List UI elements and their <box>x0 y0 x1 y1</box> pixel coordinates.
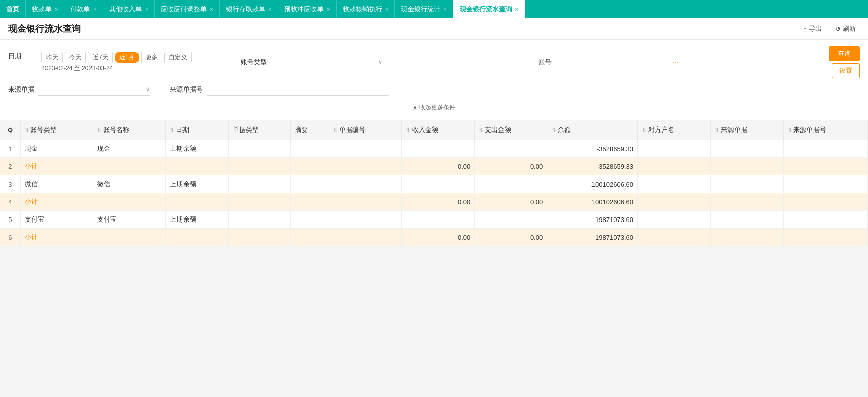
cell-counterpart <box>637 158 710 175</box>
source-doc-no-wrapper <box>207 83 389 96</box>
col-label: 摘要 <box>295 126 308 134</box>
col-source-doc[interactable]: ⇅ 来源单据 <box>710 120 783 140</box>
cell-summary <box>290 193 329 211</box>
collapse-up-icon: ∧ <box>413 104 417 111</box>
date-btn-custom[interactable]: 自定义 <box>164 52 192 63</box>
date-btn-1month[interactable]: 近1月 <box>115 52 140 63</box>
sort-icon: ⇅ <box>97 127 101 133</box>
filter-row-source: 来源单据 ∨ 来源单据号 <box>8 83 860 96</box>
date-option-buttons: 昨天 今天 近7天 近1月 更多 自定义 <box>41 52 192 63</box>
col-doc-no[interactable]: ⇅ 单据编号 <box>329 120 402 140</box>
nav-tab-cash-stats[interactable]: 现金银行统计 × <box>395 0 453 18</box>
chevron-down-icon: ∨ <box>378 59 382 65</box>
cell-date <box>166 193 228 211</box>
export-label: 导出 <box>809 24 822 33</box>
sort-icon: ⇅ <box>788 127 792 133</box>
sort-icon: ⇅ <box>552 127 556 133</box>
col-account-type[interactable]: ⇅ 账号类型 <box>20 120 93 140</box>
tab-label: 现金银行统计 <box>401 5 440 14</box>
sort-icon: ⇅ <box>333 127 337 133</box>
cell-balance: 19871073.60 <box>547 211 638 229</box>
nav-tab-cash-flow[interactable]: 现金银行流水查询 × <box>453 0 525 18</box>
close-icon[interactable]: × <box>443 6 446 12</box>
cell-income <box>402 211 475 229</box>
date-btn-yesterday[interactable]: 昨天 <box>41 52 63 63</box>
header-actions: ↑ 导出 ↺ 刷新 <box>800 22 860 35</box>
col-expense[interactable]: ⇅ 支出金额 <box>475 120 547 140</box>
cell-source-doc <box>710 229 783 246</box>
cell-expense <box>475 175 547 193</box>
col-date[interactable]: ⇅ 日期 <box>166 120 228 140</box>
cell-source-doc <box>710 140 783 158</box>
source-doc-select-wrapper: ∨ <box>38 83 150 96</box>
cell-expense: 0.00 <box>475 193 547 211</box>
cell-source-doc-no <box>783 175 867 193</box>
refresh-button[interactable]: ↺ 刷新 <box>831 22 860 35</box>
cell-balance: -3528659.33 <box>547 140 638 158</box>
cell-date <box>166 158 228 175</box>
cell-no: 3 <box>0 175 20 193</box>
account-dots-icon[interactable]: ··· <box>673 58 679 66</box>
close-icon[interactable]: × <box>515 6 518 12</box>
table-body: 1现金现金上期余额-3528659.332小计0.000.00-3528659.… <box>0 140 868 246</box>
date-btn-today[interactable]: 今天 <box>65 52 86 63</box>
cell-summary <box>290 211 329 229</box>
account-label: 账号 <box>538 58 564 67</box>
date-btn-7days[interactable]: 近7天 <box>88 52 113 63</box>
filter-area: 日期 昨天 今天 近7天 近1月 更多 自定义 2023-02-24 至 202… <box>0 40 868 120</box>
cell-counterpart <box>637 140 710 158</box>
filter-row-date: 日期 昨天 今天 近7天 近1月 更多 自定义 2023-02-24 至 202… <box>8 46 860 78</box>
account-type-input[interactable] <box>271 56 376 68</box>
cell-account-type: 小计 <box>20 158 93 175</box>
date-btn-more[interactable]: 更多 <box>141 52 162 63</box>
cell-doc-no <box>329 175 402 193</box>
cell-account-name: 支付宝 <box>93 211 166 229</box>
source-doc-no-input[interactable] <box>207 83 389 95</box>
col-label: 对方户名 <box>648 126 674 134</box>
source-doc-input[interactable] <box>38 83 144 95</box>
account-type-select-wrapper: ∨ <box>271 56 382 68</box>
close-icon[interactable]: × <box>210 6 213 12</box>
close-icon[interactable]: × <box>385 6 388 12</box>
cell-doc-type <box>228 140 290 158</box>
cell-summary <box>290 158 329 175</box>
tab-label: 收款核销执行 <box>343 5 382 14</box>
nav-tab-home[interactable]: 首页 <box>0 0 26 18</box>
table-header: ⚙ ⇅ 账号类型 ⇅ 账号名称 ⇅ 日期 单据类型 摘要 <box>0 120 868 140</box>
col-settings[interactable]: ⚙ <box>0 120 20 140</box>
close-icon[interactable]: × <box>327 6 330 12</box>
col-income[interactable]: ⇅ 收入金额 <box>402 120 475 140</box>
nav-tab-bank-deposit[interactable]: 银行存取款单 × <box>220 0 278 18</box>
export-icon: ↑ <box>804 25 807 33</box>
col-label: 单据编号 <box>339 126 366 134</box>
nav-tab-other-income[interactable]: 其他收入单 × <box>103 0 155 18</box>
cell-source-doc-no <box>783 193 867 211</box>
col-label: 支出金额 <box>485 126 511 134</box>
cell-account-type: 支付宝 <box>20 211 93 229</box>
col-label: 单据类型 <box>233 126 259 134</box>
col-balance[interactable]: ⇅ 余额 <box>547 120 638 140</box>
col-source-doc-no[interactable]: ⇅ 来源单据号 <box>783 120 867 140</box>
query-button[interactable]: 查询 <box>829 46 860 61</box>
nav-tab-advance-offset[interactable]: 预收冲应收单 × <box>278 0 336 18</box>
cell-counterpart <box>637 229 710 246</box>
account-type-filter-group: 账号类型 ∨ <box>241 56 523 68</box>
cell-doc-no <box>329 193 402 211</box>
account-input-wrapper: ··· <box>568 56 679 68</box>
refresh-icon: ↺ <box>835 25 841 33</box>
account-input[interactable] <box>568 56 671 68</box>
close-icon[interactable]: × <box>145 6 148 12</box>
close-icon[interactable]: × <box>93 6 96 12</box>
col-account-name[interactable]: ⇅ 账号名称 <box>93 120 166 140</box>
nav-tab-payments[interactable]: 付款单 × <box>64 0 103 18</box>
export-button[interactable]: ↑ 导出 <box>800 22 827 35</box>
collapse-more-conditions[interactable]: ∧ 收起更多条件 <box>8 101 860 114</box>
nav-tab-ar-ap-adjust[interactable]: 应收应付调整单 × <box>155 0 219 18</box>
nav-tab-receipts[interactable]: 收款单 × <box>26 0 64 18</box>
close-icon[interactable]: × <box>55 6 58 12</box>
close-icon[interactable]: × <box>268 6 271 12</box>
settings-button[interactable]: 设置 <box>832 63 860 78</box>
page-title: 现金银行流水查询 <box>8 23 81 35</box>
col-counterpart[interactable]: ⇅ 对方户名 <box>637 120 710 140</box>
nav-tab-receipt-exec[interactable]: 收款核销执行 × <box>337 0 395 18</box>
